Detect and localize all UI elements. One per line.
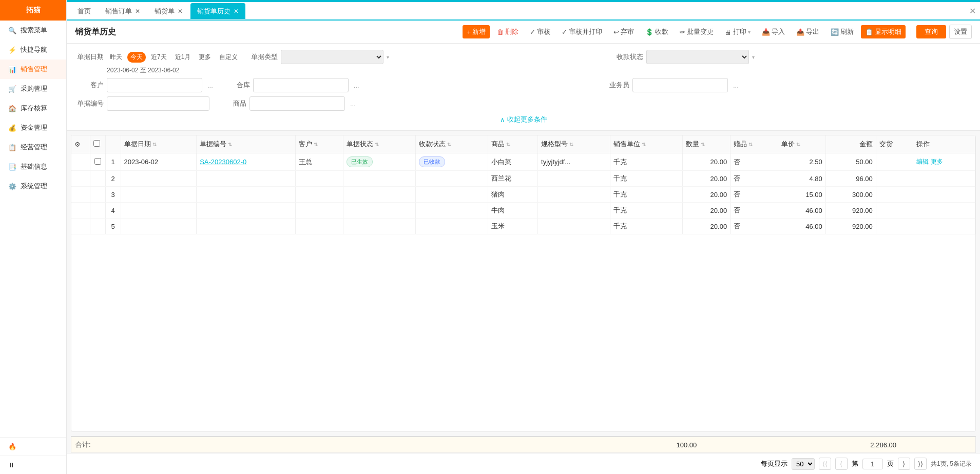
customer-dots[interactable]: ... xyxy=(207,82,213,89)
date-btn-custom[interactable]: 自定义 xyxy=(216,52,241,63)
sidebar-item-search-menu[interactable]: 🔍 搜索菜单 xyxy=(0,21,66,40)
doc-type-select[interactable] xyxy=(281,50,383,64)
th-spec-label: 规格型号 xyxy=(541,140,568,149)
settings-button[interactable]: 设置 xyxy=(949,25,972,39)
next-page-btn[interactable]: ⟩ xyxy=(898,458,910,470)
goods-input[interactable] xyxy=(249,96,345,111)
audit-print-button[interactable]: ✓ 审核并打印 xyxy=(558,25,606,38)
sidebar-item-system[interactable]: ⚙️ 系统管理 xyxy=(0,176,66,196)
customer-input[interactable] xyxy=(107,78,202,92)
row-2-doc-date xyxy=(121,171,197,187)
toolbar: + 新增 🗑 删除 ✓ 审核 ✓ 审核并打印 ↩ 弃审 xyxy=(463,25,972,39)
sidebar-item-base-info[interactable]: 📑 基础信息 xyxy=(0,157,66,176)
audit-print-icon: ✓ xyxy=(562,28,567,36)
sidebar-item-sales-mgmt[interactable]: 📊 销售管理 xyxy=(0,60,66,79)
salesperson-dots[interactable]: ... xyxy=(733,82,739,89)
warehouse-input[interactable] xyxy=(253,78,349,92)
pause-icon: ⏸ xyxy=(8,461,15,469)
row-5-doc-number xyxy=(197,219,296,234)
tab-sales-history-close[interactable]: ✕ xyxy=(234,8,239,15)
tab-sales-history[interactable]: 销货单历史 ✕ xyxy=(190,3,245,19)
window-close-icon[interactable]: ✕ xyxy=(969,7,976,15)
row-4-unit: 千克 xyxy=(610,203,683,219)
sidebar-item-operations[interactable]: 📋 经营管理 xyxy=(0,137,66,157)
export-button[interactable]: 📤 导出 xyxy=(792,25,823,38)
row-5-quantity: 20.00 xyxy=(683,219,731,234)
print-button[interactable]: 🖨 打印 ▾ xyxy=(721,25,755,38)
tab-sales-goods-close[interactable]: ✕ xyxy=(178,8,183,15)
date-btn-more[interactable]: 更多 xyxy=(196,52,214,63)
sidebar-item-finance[interactable]: 💰 资金管理 xyxy=(0,118,66,137)
receipt-icon: 💲 xyxy=(645,28,654,36)
sidebar-bottom-pause[interactable]: ⏸ xyxy=(0,456,66,474)
print-icon: 🖨 xyxy=(725,28,732,36)
salesperson-input[interactable] xyxy=(632,78,728,92)
th-customer[interactable]: 客户 ⇅ xyxy=(296,135,343,153)
th-doc-number[interactable]: 单据编号 ⇅ xyxy=(197,135,296,153)
refresh-button[interactable]: 🔄 刷新 xyxy=(827,25,858,38)
th-gift[interactable]: 赠品 ⇅ xyxy=(731,135,778,153)
sidebar-item-quick-nav[interactable]: ⚡ 快捷导航 xyxy=(0,40,66,60)
th-receipt-status[interactable]: 收款状态 ⇅ xyxy=(416,135,488,153)
sidebar-item-purchase-mgmt[interactable]: 🛒 采购管理 xyxy=(0,79,66,98)
row-4-spec xyxy=(538,203,610,219)
date-btn-today[interactable]: 今天 xyxy=(127,52,146,63)
row-1-doc-status: 已生效 xyxy=(343,153,416,171)
row-1-more-btn[interactable]: 更多 xyxy=(931,157,943,166)
tab-sales-order[interactable]: 销售订单 ✕ xyxy=(99,3,147,19)
date-btn-1month[interactable]: 近1月 xyxy=(172,52,194,63)
page-size-select[interactable]: 50 xyxy=(792,458,815,470)
page-input[interactable] xyxy=(862,459,883,469)
prev-page-btn[interactable]: ⟨ xyxy=(835,458,848,470)
row-1-edit-btn[interactable]: 编辑 xyxy=(916,157,929,166)
th-goods-label: 商品 xyxy=(491,140,505,149)
goods-dots[interactable]: ... xyxy=(350,100,356,108)
row-2-quantity: 20.00 xyxy=(683,171,731,187)
import-button[interactable]: 📥 导入 xyxy=(758,25,789,38)
warehouse-dots[interactable]: ... xyxy=(354,82,359,89)
collapse-filters-button[interactable]: ∧ 收起更多条件 xyxy=(500,115,547,124)
tab-sales-goods[interactable]: 销货单 ✕ xyxy=(148,3,189,19)
select-all-checkbox[interactable] xyxy=(93,140,100,147)
date-btn-7days[interactable]: 近7天 xyxy=(148,52,170,63)
th-quantity[interactable]: 数量 ⇅ xyxy=(683,135,731,153)
sidebar-item-inventory[interactable]: 🏠 库存核算 xyxy=(0,98,66,118)
first-page-btn[interactable]: ⟨⟨ xyxy=(819,458,831,470)
th-actions: 操作 xyxy=(913,135,975,153)
footer-quantity: 100.00 xyxy=(659,441,700,449)
row-1-checkbox[interactable] xyxy=(94,158,101,165)
table-row: 3 猪肉 千克 20.00 否 15.00 300.00 xyxy=(71,187,975,203)
abandon-label: 弃审 xyxy=(621,27,634,36)
row-3-num: 3 xyxy=(105,187,121,203)
receipt-button[interactable]: 💲 收款 xyxy=(641,25,672,38)
delete-button[interactable]: 🗑 删除 xyxy=(493,25,523,38)
tab-sales-order-close[interactable]: ✕ xyxy=(135,8,140,15)
th-goods[interactable]: 商品 ⇅ xyxy=(488,135,538,153)
sidebar-item-label: 基础信息 xyxy=(21,162,47,171)
sidebar-bottom-fire[interactable]: 🔥 xyxy=(0,437,66,456)
row-1-doc-number-link[interactable]: SA-20230602-0 xyxy=(200,158,246,166)
show-details-button[interactable]: 📋 显示明细 xyxy=(861,25,906,38)
batch-change-button[interactable]: ✏ 批量变更 xyxy=(676,25,718,38)
audit-button[interactable]: ✓ 审核 xyxy=(526,25,554,38)
th-doc-date[interactable]: 单据日期 ⇅ xyxy=(121,135,197,153)
query-button[interactable]: 查询 xyxy=(916,25,946,38)
row-1-doc-number[interactable]: SA-20230602-0 xyxy=(197,153,296,171)
th-spec[interactable]: 规格型号 ⇅ xyxy=(538,135,610,153)
print-label: 打印 xyxy=(733,27,746,36)
tab-home[interactable]: 首页 xyxy=(71,3,98,19)
add-button[interactable]: + 新增 xyxy=(463,25,490,38)
th-settings[interactable]: ⚙ xyxy=(71,135,90,153)
abandon-button[interactable]: ↩ 弃审 xyxy=(609,25,638,38)
row-4-doc-date xyxy=(121,203,197,219)
receipt-status-select[interactable] xyxy=(646,50,749,64)
delete-icon: 🗑 xyxy=(497,28,504,36)
date-btn-yesterday[interactable]: 昨天 xyxy=(107,52,125,63)
doc-number-input[interactable] xyxy=(107,96,209,111)
th-unit-price[interactable]: 单价 ⇅ xyxy=(778,135,825,153)
last-page-btn[interactable]: ⟩⟩ xyxy=(914,458,927,470)
th-unit[interactable]: 销售单位 ⇅ xyxy=(610,135,683,153)
row-4-amount: 920.00 xyxy=(825,203,876,219)
sidebar-item-label: 采购管理 xyxy=(21,84,47,93)
th-doc-status[interactable]: 单据状态 ⇅ xyxy=(343,135,416,153)
